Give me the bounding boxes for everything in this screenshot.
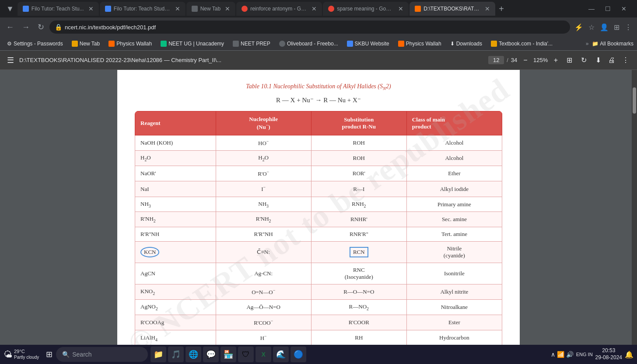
- pdf-toolbar: ☰ D:\TEXTBOOKS\RATIONALISED 20222-23\Neh…: [0, 51, 637, 70]
- nucleophile-cn: C̄≡N:: [216, 241, 311, 263]
- network-icon[interactable]: 📶: [557, 351, 564, 358]
- subst-roh1: ROH: [311, 135, 406, 151]
- subst-rh: RH: [311, 330, 406, 346]
- pdf-page-input[interactable]: [488, 56, 504, 64]
- new-tab-button[interactable]: +: [496, 4, 507, 14]
- tab-6-close[interactable]: ✕: [485, 5, 490, 12]
- taskbar-search-icon: 🔍: [62, 351, 70, 358]
- tab-1-close[interactable]: ✕: [88, 5, 94, 12]
- bookmark-pw2[interactable]: Physics Wallah: [395, 40, 445, 48]
- profile-icon[interactable]: 👤: [598, 21, 610, 33]
- forward-button[interactable]: →: [19, 21, 32, 34]
- bookmark-downloads[interactable]: ⬇ Downloads: [447, 40, 486, 48]
- nucleophile-h: H−: [216, 330, 311, 346]
- skbu-icon: [347, 41, 353, 47]
- settings-icon: ⚙: [7, 41, 12, 47]
- header-nucleophile: Nucleophile(Nu−): [216, 111, 311, 135]
- bookmark-oliveboard[interactable]: Oliveboard - Freebo...: [276, 40, 342, 48]
- subst-rcn: RCN: [311, 241, 406, 263]
- taskbar-app-music[interactable]: 🎵: [168, 347, 184, 362]
- notification-icon[interactable]: 🔔: [625, 350, 634, 359]
- scrollbar[interactable]: [632, 70, 637, 364]
- table-row: R'COOAg R'COO− R'COOR Ester: [135, 315, 502, 330]
- tab-4-close[interactable]: ✕: [312, 5, 317, 12]
- header-reagent: Reagent: [135, 111, 216, 135]
- taskbar-app-browser[interactable]: 🌐: [186, 347, 201, 362]
- tab-3[interactable]: New Tab ✕: [186, 2, 235, 16]
- tab-list-button[interactable]: ▼: [4, 4, 17, 14]
- bookmark-newtab[interactable]: New Tab: [68, 40, 103, 48]
- tab-4[interactable]: reinforce antonym - Goo... ✕: [236, 2, 322, 16]
- menu-icon[interactable]: ⋮: [623, 21, 634, 33]
- address-text: ncert.nic.in/textbook/pdf/lech201.pdf: [65, 24, 565, 31]
- taskbar-app-chrome[interactable]: 🔵: [290, 347, 306, 362]
- taskbar-app-antivirus[interactable]: 🛡: [238, 347, 254, 362]
- pdf-rotate-button[interactable]: ↻: [578, 55, 589, 65]
- pdf-content: © NCERT not to be republished Table 10.1…: [0, 70, 637, 364]
- tab-2-close[interactable]: ✕: [175, 5, 180, 12]
- tab-4-label: reinforce antonym - Goo...: [250, 6, 307, 12]
- weather-icon: 🌤: [4, 350, 12, 360]
- pdf-title: D:\TEXTBOOKS\RATIONALISED 20222-23\Neha\…: [19, 57, 485, 63]
- subst-rcoor: R'COOR: [311, 315, 406, 330]
- bookmark-star-icon[interactable]: ☆: [587, 21, 596, 33]
- bookmark-textbook-label: Textbook.com - India'...: [499, 41, 553, 47]
- bookmarks-more[interactable]: »: [586, 41, 589, 47]
- scrollbar-thumb[interactable]: [633, 87, 636, 114]
- minimize-button[interactable]: —: [585, 3, 598, 14]
- pdf-menu-button[interactable]: ☰: [5, 54, 16, 67]
- tab-1[interactable]: Filo Tutor: Teach Stu... ✕: [18, 2, 99, 16]
- tab-4-favicon: [242, 6, 248, 12]
- reagent-naoh: NaOH (KOH): [135, 135, 216, 151]
- extensions-icon[interactable]: ⊞: [612, 21, 621, 33]
- pdf-zoom-out-button[interactable]: −: [521, 55, 530, 65]
- tab-2[interactable]: Filo Tutor: Teach Studen... ✕: [100, 2, 186, 16]
- all-bookmarks[interactable]: 📁 All Bookmarks: [592, 41, 634, 47]
- bookmark-neet[interactable]: NEET UG | Unacademy: [157, 40, 228, 48]
- taskbar-app-teams[interactable]: 💬: [203, 347, 219, 362]
- taskbar-app-explorer[interactable]: 📁: [150, 347, 166, 362]
- tab-5-label: sparse meaning - Google...: [337, 6, 394, 12]
- tab-5[interactable]: sparse meaning - Google... ✕: [323, 2, 409, 16]
- start-button[interactable]: ⊞: [42, 348, 56, 361]
- taskbar-time[interactable]: 20:53 29-08-2024: [595, 347, 622, 361]
- class-sec-amine: Sec. amine: [406, 212, 502, 227]
- download-icon: ⬇: [450, 41, 455, 47]
- taskbar-app-edge[interactable]: 🌊: [273, 347, 289, 362]
- table-row: AgCN Ag-CN: RNC(Isocyanide) Isonitrile: [135, 263, 502, 284]
- reagent-nh3: NH3: [135, 197, 216, 212]
- table-row: KNO2 O=N—O− R—O—N=O Alkyl nitrite: [135, 284, 502, 299]
- tab-6[interactable]: D:\TEXTBOOKS\RATION\... ✕: [410, 2, 495, 16]
- pw2-icon: [398, 41, 404, 47]
- pdf-zoom-in-button[interactable]: +: [551, 55, 560, 65]
- chevron-up-icon[interactable]: ∧: [551, 351, 555, 358]
- bookmark-textbook[interactable]: Textbook.com - India'...: [487, 40, 556, 48]
- tab-5-close[interactable]: ✕: [398, 5, 403, 12]
- nucleophile-i: I−: [216, 181, 311, 197]
- bookmark-neetprep[interactable]: NEET PREP: [229, 40, 274, 48]
- taskbar-app-excel[interactable]: X: [256, 347, 271, 362]
- bookmark-settings[interactable]: ⚙ Settings - Passwords: [4, 40, 66, 48]
- pdf-more-button[interactable]: ⋮: [620, 55, 632, 65]
- table-row: NaI I− R—I Alkyl iodide: [135, 181, 502, 197]
- pdf-print-button[interactable]: 🖨: [606, 55, 618, 65]
- music-icon: 🎵: [171, 350, 181, 359]
- reagent-rnh2: R'NH2: [135, 212, 216, 227]
- bookmark-skbu[interactable]: SKBU Website: [343, 40, 393, 48]
- tab-3-close[interactable]: ✕: [225, 5, 230, 12]
- pdf-fit-button[interactable]: ⊞: [564, 55, 575, 65]
- back-button[interactable]: ←: [4, 21, 17, 34]
- bookmark-pw[interactable]: Physics Wallah: [105, 40, 155, 48]
- performance-icon[interactable]: ⚡: [573, 21, 585, 33]
- browser-icon: 🌐: [189, 350, 198, 359]
- table-caption: Table 10.1 Nucleophilic Substitution of …: [135, 83, 502, 91]
- maximize-button[interactable]: ☐: [602, 3, 614, 14]
- volume-icon[interactable]: 🔊: [566, 351, 574, 358]
- reload-button[interactable]: ↻: [35, 21, 47, 34]
- bookmark-pw-label: Physics Wallah: [116, 41, 152, 47]
- taskbar-search-bar[interactable]: 🔍 Search: [56, 347, 148, 362]
- address-bar[interactable]: 🔒 ncert.nic.in/textbook/pdf/lech201.pdf: [49, 21, 570, 34]
- taskbar-app-store[interactable]: 🏪: [220, 347, 236, 362]
- pdf-download-button[interactable]: ⬇: [593, 55, 604, 65]
- close-button[interactable]: ✕: [618, 3, 630, 14]
